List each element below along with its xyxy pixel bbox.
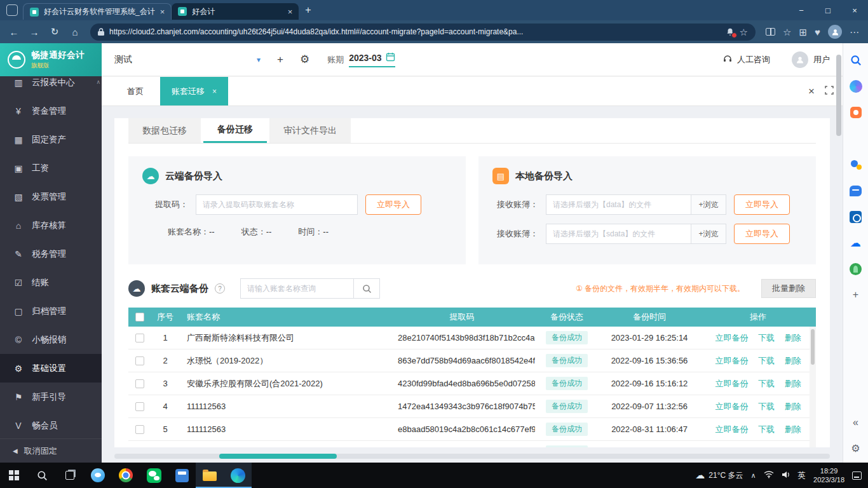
split-screen-icon[interactable] xyxy=(766,28,775,36)
eco-icon[interactable] xyxy=(849,262,863,276)
browser-essentials-icon[interactable]: ♥ xyxy=(815,27,820,37)
cloud-import-button[interactable]: 立即导入 xyxy=(365,194,421,215)
download-link[interactable]: 下载 xyxy=(758,333,775,342)
settings-gear-icon[interactable]: ⚙ xyxy=(300,54,309,65)
backup-now-link[interactable]: 立即备份 xyxy=(715,402,748,411)
delete-link[interactable]: 删除 xyxy=(785,356,801,365)
search-icon[interactable] xyxy=(353,278,380,299)
taskbar-clock[interactable]: 18:29 2023/3/18 xyxy=(813,466,844,485)
delete-link[interactable]: 删除 xyxy=(785,424,801,434)
forward-icon[interactable]: → xyxy=(25,23,43,41)
chat-icon[interactable] xyxy=(849,184,863,198)
download-link[interactable]: 下载 xyxy=(758,356,775,365)
profile-avatar[interactable] xyxy=(828,25,842,39)
code-input[interactable] xyxy=(196,194,358,215)
tab-backup-migrate[interactable]: 备份迁移 xyxy=(203,118,267,143)
notifications-blocked-icon[interactable] xyxy=(726,27,735,36)
file-explorer-icon[interactable] xyxy=(196,463,224,488)
delete-link[interactable]: 删除 xyxy=(785,379,801,388)
backup-search-input[interactable] xyxy=(240,278,353,299)
sidebar-item-cloud-report[interactable]: ▥云报表中心 xyxy=(0,76,102,97)
table-scroll-thumb[interactable] xyxy=(811,329,815,365)
table-scrollbar[interactable]: ▼ xyxy=(810,327,816,447)
select-all-checkbox[interactable] xyxy=(135,313,144,322)
browse-button[interactable]: +浏览 xyxy=(691,194,726,215)
input-language[interactable]: 英 xyxy=(798,470,806,481)
browser-tab-2[interactable]: 好会计 × xyxy=(172,3,299,20)
sidebar-item-guide[interactable]: ⚑新手引导 xyxy=(0,383,102,411)
account-set-select[interactable]: 测试 ▾ xyxy=(114,54,261,65)
tab-data-package[interactable]: 数据包迁移 xyxy=(128,118,201,143)
batch-delete-button[interactable]: 批量删除 xyxy=(761,279,816,298)
tab-audit-export[interactable]: 审计文件导出 xyxy=(269,118,351,143)
taskbar-search-icon[interactable] xyxy=(28,463,56,488)
sidebar-settings-icon[interactable]: ⚙ xyxy=(849,441,863,455)
fullscreen-icon[interactable] xyxy=(825,86,834,97)
tab-close-icon[interactable]: × xyxy=(160,7,165,17)
local-import-button-1[interactable]: 立即导入 xyxy=(734,194,790,215)
network-icon[interactable] xyxy=(764,470,774,481)
row-checkbox[interactable] xyxy=(135,356,144,365)
collapse-sidebar-icon[interactable]: « xyxy=(849,416,863,430)
download-link[interactable]: 下载 xyxy=(758,424,775,434)
weather-widget[interactable]: ☁ 21°C 多云 xyxy=(695,470,743,481)
backup-now-link[interactable]: 立即备份 xyxy=(715,356,748,365)
copilot-icon[interactable] xyxy=(849,79,863,93)
close-tab-icon[interactable]: × xyxy=(212,87,217,96)
outlook-icon[interactable] xyxy=(849,210,863,224)
row-checkbox[interactable] xyxy=(135,425,144,434)
backup-now-link[interactable]: 立即备份 xyxy=(715,447,748,448)
row-checkbox[interactable] xyxy=(135,402,144,411)
tab-account-migrate[interactable]: 账套迁移 × xyxy=(160,77,228,105)
sidebar-item-expense[interactable]: ©小畅报销 xyxy=(0,325,102,354)
chat-app-icon[interactable] xyxy=(84,463,112,488)
sdata-file-input[interactable] xyxy=(546,224,691,244)
add-account-set-icon[interactable]: + xyxy=(277,54,283,65)
more-icon[interactable]: ⋯ xyxy=(850,27,859,37)
data-file-input[interactable] xyxy=(546,194,691,215)
close-window-button[interactable]: × xyxy=(841,0,868,20)
calculator-icon[interactable] xyxy=(168,463,196,488)
backup-now-link[interactable]: 立即备份 xyxy=(715,424,748,434)
volume-icon[interactable] xyxy=(782,470,790,481)
page-scrollbar-thumb[interactable] xyxy=(836,55,841,136)
refresh-icon[interactable]: ↻ xyxy=(46,23,64,41)
browser-tab-1[interactable]: 好会计云财务软件管理系统_会计 × xyxy=(23,3,172,20)
download-link[interactable]: 下载 xyxy=(758,447,775,448)
sidebar-item-archive[interactable]: ▢归档管理 xyxy=(0,297,102,325)
user-menu[interactable]: 用户 xyxy=(792,51,830,68)
delete-link[interactable]: 删除 xyxy=(785,333,801,342)
row-checkbox[interactable] xyxy=(135,334,144,342)
sidebar-item-inventory[interactable]: ⌂库存核算 xyxy=(0,211,102,240)
back-icon[interactable]: ← xyxy=(5,23,23,41)
wechat-icon[interactable] xyxy=(140,463,168,488)
horizontal-scrollbar[interactable] xyxy=(114,454,830,459)
address-bar[interactable]: https://cloud2.chanjet.com/accounting/uh… xyxy=(90,24,756,41)
sidebar-item-funds[interactable]: ¥资金管理 xyxy=(0,97,102,125)
delete-link[interactable]: 删除 xyxy=(785,402,801,411)
local-import-button-2[interactable]: 立即导入 xyxy=(734,224,790,244)
backup-now-link[interactable]: 立即备份 xyxy=(715,379,748,388)
microsoft365-icon[interactable] xyxy=(849,132,863,146)
add-favorite-icon[interactable]: ☆ xyxy=(740,27,748,37)
delete-link[interactable]: 删除 xyxy=(785,447,801,448)
sidebar-scroll-up-icon[interactable]: ∧ xyxy=(96,79,100,85)
sidebar-item-member[interactable]: V畅会员 xyxy=(0,411,102,438)
sidebar-item-fixed-assets[interactable]: ▦固定资产 xyxy=(0,125,102,154)
row-checkbox[interactable] xyxy=(135,379,144,388)
help-icon[interactable]: ? xyxy=(215,283,225,294)
minimize-button[interactable]: − xyxy=(788,0,815,20)
tab-close-icon[interactable]: × xyxy=(288,7,293,17)
lock-icon[interactable] xyxy=(98,28,104,36)
start-button[interactable] xyxy=(0,463,28,488)
sidebar-item-tax[interactable]: ✎税务管理 xyxy=(0,240,102,268)
edge-icon[interactable] xyxy=(224,463,252,488)
people-icon[interactable] xyxy=(849,158,863,172)
horizontal-scroll-thumb[interactable] xyxy=(219,454,337,459)
task-view-icon[interactable] xyxy=(56,463,84,488)
onedrive-icon[interactable]: ☁ xyxy=(849,236,863,250)
download-link[interactable]: 下载 xyxy=(758,402,775,411)
sidebar-item-closing[interactable]: ☑结账 xyxy=(0,268,102,297)
sidebar-item-settings[interactable]: ⚙基础设置 xyxy=(0,354,102,383)
sidebar-search-icon[interactable] xyxy=(849,53,863,67)
